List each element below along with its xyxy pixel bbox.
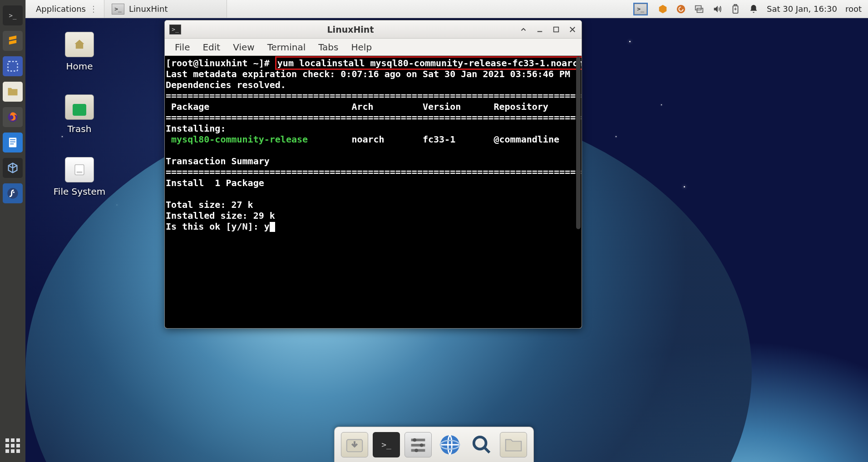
launcher-files[interactable] bbox=[3, 82, 23, 102]
desktop-icon-home[interactable]: Home bbox=[65, 32, 94, 72]
desktop-icon-trash[interactable]: Trash bbox=[65, 94, 94, 134]
menu-separator-icon: ⋮ bbox=[89, 4, 98, 14]
titlebar[interactable]: >_ LinuxHint bbox=[165, 20, 582, 39]
svg-rect-13 bbox=[75, 165, 84, 175]
terminal-icon: >_ bbox=[634, 4, 647, 15]
command-highlight: yum localinstall mysql80-community-relea… bbox=[275, 56, 582, 70]
scrollbar-thumb[interactable] bbox=[576, 57, 581, 229]
terminal-scrollbar[interactable] bbox=[575, 57, 581, 326]
dock-browser[interactable] bbox=[436, 432, 464, 457]
user-label[interactable]: root bbox=[845, 4, 862, 14]
menu-edit[interactable]: Edit bbox=[197, 40, 226, 54]
svg-rect-8 bbox=[10, 139, 15, 140]
taskbar-item-label: LinuxHint bbox=[129, 4, 168, 14]
svg-point-22 bbox=[414, 448, 418, 452]
total-size: Total size: 27 k bbox=[165, 199, 582, 210]
svg-rect-10 bbox=[10, 143, 14, 144]
drive-icon bbox=[65, 157, 94, 182]
prompt: [root@linuxhint ~]# bbox=[166, 58, 275, 69]
launcher-notes[interactable] bbox=[3, 133, 23, 152]
launcher-sublime[interactable] bbox=[3, 31, 23, 51]
desktop-icons: Home Trash File System bbox=[43, 32, 116, 197]
launcher-virtualbox[interactable] bbox=[3, 158, 23, 178]
svg-rect-15 bbox=[554, 27, 559, 32]
rollup-button[interactable] bbox=[517, 23, 530, 36]
installed-size: Installed size: 29 k bbox=[165, 210, 582, 221]
installing-label: Installing: bbox=[165, 123, 582, 134]
trash-icon bbox=[65, 94, 94, 120]
volume-icon[interactable] bbox=[712, 4, 722, 14]
battery-icon[interactable] bbox=[730, 4, 740, 14]
menu-terminal[interactable]: Terminal bbox=[262, 40, 311, 54]
display-icon[interactable] bbox=[694, 4, 704, 14]
maximize-button[interactable] bbox=[550, 23, 562, 36]
table-header: Package Arch Version Repository Size bbox=[165, 101, 582, 112]
svg-rect-5 bbox=[8, 62, 18, 71]
taskbar-item-linuxhint[interactable]: >_ LinuxHint bbox=[104, 0, 227, 18]
desktop-icon-label: File System bbox=[54, 186, 105, 197]
terminal-icon: >_ bbox=[112, 4, 124, 15]
svg-point-12 bbox=[13, 192, 15, 193]
top-panel: Applications ⋮ >_ LinuxHint >_ Sat 30 Ja… bbox=[25, 0, 868, 18]
home-folder-icon bbox=[65, 32, 94, 57]
package-info: noarch fc33-1 @commandline 27 k bbox=[308, 134, 582, 145]
menu-view[interactable]: View bbox=[227, 40, 260, 54]
svg-rect-14 bbox=[77, 172, 83, 173]
terminal-icon: >_ bbox=[169, 25, 181, 34]
desktop-icon-filesystem[interactable]: File System bbox=[54, 157, 105, 197]
cursor bbox=[270, 222, 275, 232]
dock: >_ bbox=[334, 427, 534, 462]
menubar: File Edit View Terminal Tabs Help bbox=[165, 39, 582, 56]
svg-rect-7 bbox=[9, 138, 16, 147]
launcher-apps-grid[interactable] bbox=[3, 436, 23, 456]
terminal-body[interactable]: [root@linuxhint ~]# yum localinstall mys… bbox=[165, 56, 582, 328]
dock-terminal[interactable]: >_ bbox=[373, 432, 400, 457]
svg-point-20 bbox=[413, 438, 417, 442]
dock-search[interactable] bbox=[468, 432, 495, 457]
update-icon[interactable] bbox=[676, 4, 686, 14]
launcher-firefox[interactable] bbox=[3, 107, 23, 127]
install-count: Install 1 Package bbox=[165, 177, 582, 188]
notification-icon[interactable] bbox=[749, 4, 759, 14]
transaction-summary: Transaction Summary bbox=[165, 156, 582, 167]
desktop-icon-label: Home bbox=[66, 61, 93, 72]
desktop-icon-label: Trash bbox=[68, 123, 92, 134]
confirm-prompt: Is this ok [y/N]: y bbox=[166, 221, 270, 232]
clock[interactable]: Sat 30 Jan, 16:30 bbox=[767, 4, 837, 14]
menu-tabs[interactable]: Tabs bbox=[313, 40, 344, 54]
divider: ========================================… bbox=[165, 167, 582, 177]
active-task-indicator[interactable]: >_ bbox=[630, 4, 651, 15]
svg-point-25 bbox=[474, 437, 486, 449]
svg-point-21 bbox=[420, 443, 424, 447]
menu-file[interactable]: File bbox=[169, 40, 195, 54]
launcher-terminal[interactable]: >_ bbox=[3, 5, 23, 25]
svg-rect-9 bbox=[10, 142, 15, 143]
dock-folder[interactable] bbox=[500, 432, 527, 457]
divider: ========================================… bbox=[165, 90, 582, 101]
minimize-button[interactable] bbox=[533, 23, 546, 36]
menu-help[interactable]: Help bbox=[345, 40, 377, 54]
close-button[interactable] bbox=[566, 23, 579, 36]
dock-settings[interactable] bbox=[404, 432, 432, 457]
window-title: LinuxHint bbox=[184, 25, 517, 34]
dock-downloads[interactable] bbox=[341, 432, 368, 457]
output-line: Dependencies resolved. bbox=[165, 79, 582, 90]
package-icon[interactable] bbox=[658, 4, 668, 14]
output-line: Last metadata expiration check: 0:07:16 … bbox=[165, 69, 582, 79]
svg-rect-4 bbox=[734, 4, 737, 5]
svg-point-0 bbox=[677, 5, 685, 13]
svg-point-11 bbox=[7, 188, 18, 198]
launcher-screenshot[interactable] bbox=[3, 56, 23, 76]
launcher-fedora[interactable] bbox=[3, 183, 23, 203]
applications-label: Applications bbox=[36, 4, 86, 14]
package-name: mysql80-community-release bbox=[166, 134, 308, 145]
applications-menu[interactable]: Applications ⋮ bbox=[25, 0, 104, 18]
left-launcher: >_ bbox=[0, 0, 25, 462]
divider: ========================================… bbox=[165, 112, 582, 123]
terminal-window: >_ LinuxHint File Edit View Terminal Tab… bbox=[164, 20, 582, 329]
